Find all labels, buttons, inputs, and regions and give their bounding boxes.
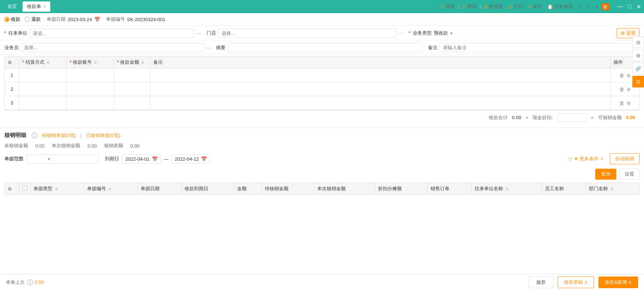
query-btn[interactable]: 查询 xyxy=(595,169,616,180)
col-remark-header: 备注 xyxy=(150,56,610,68)
next-btn[interactable]: ▷ xyxy=(585,3,593,10)
save-new-button[interactable]: 保存&新增 ∧ xyxy=(598,277,638,288)
hx-counterparty-sort[interactable] xyxy=(506,187,508,191)
amount-sort-icon[interactable] xyxy=(141,61,144,64)
hx-header-checkbox[interactable] xyxy=(22,186,27,191)
col-settings-header[interactable]: ⚙ xyxy=(5,56,19,68)
sidebar-icon-1[interactable]: ⊟ xyxy=(632,36,644,48)
video-label: 视频 xyxy=(445,3,455,10)
store-input[interactable] xyxy=(218,29,396,38)
hx-col-staff: 员工名称 xyxy=(542,183,586,195)
remark-cell[interactable] xyxy=(150,82,610,96)
actions-btn[interactable]: ≡ 操作 xyxy=(526,3,544,11)
business-type-select[interactable]: 预收款 ▾ xyxy=(434,30,453,36)
date-from-input[interactable]: 2022-04-01 📅 xyxy=(122,154,161,164)
amount-cell[interactable] xyxy=(114,96,150,110)
store-more-btn[interactable]: ··· xyxy=(398,30,403,36)
auto-verify-btn[interactable]: 自动核销 xyxy=(610,153,640,164)
sidebar-icon-2[interactable]: ⊞ xyxy=(632,50,644,61)
settle-cell[interactable] xyxy=(19,96,67,110)
settle-cell[interactable] xyxy=(19,68,67,82)
bottom-info-icon[interactable]: i xyxy=(27,279,33,285)
more-filter-btn[interactable]: ▽ ▼ 更多条件 ∧ xyxy=(569,156,604,162)
staff-input[interactable] xyxy=(21,43,204,52)
hx-no-sort[interactable] xyxy=(109,187,111,191)
video-btn[interactable]: ⊙ 视频 xyxy=(438,3,457,11)
summary-label: 摘要 xyxy=(216,44,225,51)
receipt-tab[interactable]: 收款单 × xyxy=(23,1,50,12)
date-from-value: 2022-04-01 xyxy=(125,156,150,162)
history-btn[interactable]: 📋 历史单据 xyxy=(545,3,575,11)
settings-label: 设置 xyxy=(626,30,636,36)
remark-cell[interactable] xyxy=(150,68,610,82)
actions-label: 操作 xyxy=(533,3,542,10)
copy-icon[interactable]: ⊕ xyxy=(627,72,631,78)
table-settings-icon[interactable]: ⚙ xyxy=(8,60,12,65)
hx-info-icon[interactable]: i xyxy=(32,133,38,138)
business-type-label: * 业务类型 xyxy=(409,30,432,36)
calendar-icon[interactable]: 📅 xyxy=(94,17,100,22)
copy-icon[interactable]: ⊕ xyxy=(627,86,631,92)
col-account-header: * 收款账号 xyxy=(67,56,114,68)
hx-stats: 未核销金额 0.00 本次核销金额 0.00 核销差额 0.00 xyxy=(4,141,640,150)
copy-icon[interactable]: ⊕ xyxy=(627,100,631,106)
remark-cell[interactable] xyxy=(150,96,610,110)
counterparty-input[interactable] xyxy=(30,29,195,38)
home-tab[interactable]: 首页 xyxy=(3,0,21,13)
list-btn[interactable]: ≡ xyxy=(593,3,601,10)
actions-icon: ≡ xyxy=(529,4,531,9)
save-draft-button[interactable]: 保存草稿 ∧ xyxy=(558,277,594,288)
delete-icon[interactable]: 🗑 xyxy=(619,86,624,92)
window-minimize-icon[interactable]: — xyxy=(617,3,623,10)
hx-tab-pending[interactable]: 待核销单据(0笔) xyxy=(42,132,76,139)
history-label: 历史单据 xyxy=(554,3,573,10)
settle-cell[interactable] xyxy=(19,82,67,96)
date-filter: 到期日 2022-04-01 📅 — 2022-04-12 📅 xyxy=(105,154,210,164)
date-to-input[interactable]: 2022-04-12 📅 xyxy=(172,154,211,164)
bottom-info: 本单上欠 i 0.00 xyxy=(6,279,44,286)
hx-settings-icon[interactable]: ⚙ xyxy=(8,186,12,192)
amount-cell[interactable] xyxy=(114,82,150,96)
help-btn[interactable]: ⊙ 帮助 xyxy=(460,3,479,11)
window-close-icon[interactable]: ✕ xyxy=(636,3,641,10)
range-dropdown[interactable]: ▾ xyxy=(26,154,99,164)
window-maximize-icon[interactable]: □ xyxy=(628,3,631,10)
no-field: 单据编号 SK-20230324-001 xyxy=(106,16,166,23)
remark-input[interactable] xyxy=(440,43,634,52)
hx-col-settings[interactable]: ⚙ xyxy=(5,183,19,195)
amount-cell[interactable] xyxy=(114,68,150,82)
close-tab-icon[interactable]: × xyxy=(43,4,46,9)
account-cell[interactable] xyxy=(67,68,114,82)
staff-label: 业务员 xyxy=(4,44,19,51)
store-field: 门店 ··· xyxy=(207,29,403,38)
hx-tab-done[interactable]: 已核销单据(0笔) xyxy=(86,132,120,139)
grid-btn[interactable]: ⊞ xyxy=(601,3,609,10)
summary-input[interactable] xyxy=(228,43,422,52)
prev-btn[interactable]: ◁ xyxy=(576,3,584,10)
hx-header: 核销明细 i 待核销单据(0笔) | 已核销单据(0笔) xyxy=(4,128,640,141)
hx-dept-sort[interactable] xyxy=(610,187,613,191)
sidebar-icon-4[interactable]: ⊡ xyxy=(632,76,644,87)
hx-type-sort[interactable] xyxy=(55,187,58,191)
shortcut-btn[interactable]: ⊟ 快捷键 xyxy=(482,3,505,11)
account-cell[interactable] xyxy=(67,96,114,110)
settings-gear-icon: ⚙ xyxy=(621,31,625,36)
account-sort-icon[interactable] xyxy=(94,61,97,64)
delete-icon[interactable]: 🗑 xyxy=(619,100,624,106)
row-num: 3 xyxy=(5,96,19,110)
abandon-button[interactable]: 放弃 xyxy=(529,277,553,288)
hx-col-pending: 待核销金额 xyxy=(262,183,314,195)
account-cell[interactable] xyxy=(67,82,114,96)
counterparty-more-btn[interactable]: ··· xyxy=(196,30,201,36)
print-btn[interactable]: 🖨 打印 xyxy=(506,3,526,11)
refund-radio[interactable]: 退款 xyxy=(25,16,41,23)
receipt-radio[interactable]: 收款 xyxy=(4,16,20,23)
shortcut-icon: ⊟ xyxy=(484,4,488,9)
delete-icon[interactable]: 🗑 xyxy=(619,72,624,78)
discount-input[interactable] xyxy=(557,113,586,122)
staff-more-btn[interactable]: ··· xyxy=(206,45,211,51)
sidebar-icon-2-symbol: ⊞ xyxy=(636,53,640,58)
settle-sort-icon[interactable] xyxy=(47,61,50,64)
sidebar-icon-3[interactable]: 🔗 xyxy=(632,63,644,74)
hx-settings-btn[interactable]: 设置 xyxy=(619,169,640,180)
